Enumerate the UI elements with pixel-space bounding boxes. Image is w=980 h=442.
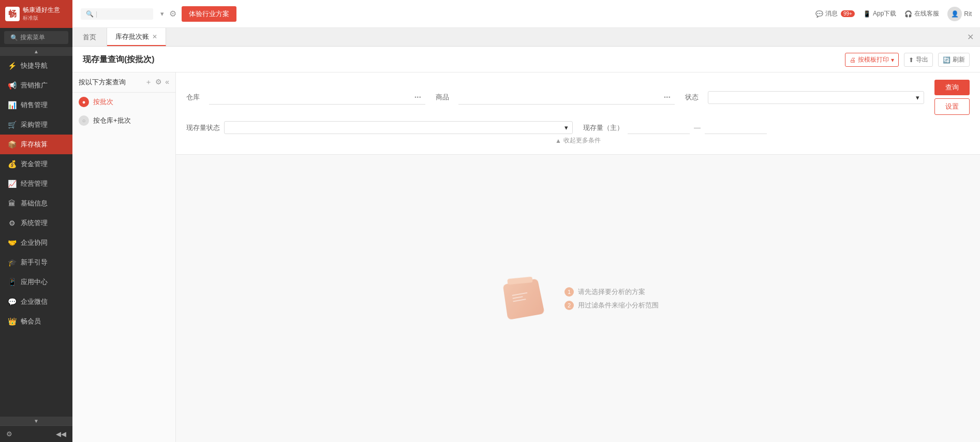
query-button[interactable]: 查询	[934, 80, 970, 95]
print-label: 按模板打印	[858, 55, 889, 64]
sidebar-item-quicknav[interactable]: ⚡ 快捷导航	[0, 56, 72, 76]
collapse-icon[interactable]: ◀◀	[56, 430, 66, 438]
left-panel: 按以下方案查询 ＋ ⚙ « ● 按批次 ○ 按仓库+批次	[72, 72, 176, 442]
inv-qty-to-input[interactable]	[705, 122, 767, 134]
user-avatar-icon: 👤	[951, 10, 959, 18]
sidebar-item-marketing[interactable]: 📢 营销推广	[0, 76, 72, 95]
empty-state: 1 请先选择要分析的方案 2 用过滤条件来缩小分析范围	[176, 155, 980, 442]
filter-row-2: 现存量状态 ▾ 现存量（主） —	[186, 121, 970, 134]
gear-scheme-icon[interactable]: ⚙	[155, 78, 162, 87]
sidebar-item-purchase[interactable]: 🛒 采购管理	[0, 115, 72, 135]
add-scheme-icon[interactable]: ＋	[145, 78, 152, 87]
filter-row-1: 仓库 ··· 商品 ···	[186, 80, 970, 115]
inv-qty-from-input[interactable]	[628, 122, 690, 134]
member-icon: 👑	[7, 317, 17, 326]
status-label: 状态	[685, 93, 704, 102]
sidebar-nav: ⚡ 快捷导航 📢 营销推广 📊 销售管理 🛒 采购管理 📦 库存核算 💰 资金管…	[0, 56, 72, 417]
empty-tip-1: 1 请先选择要分析的方案	[565, 287, 659, 297]
empty-tip-2: 2 用过滤条件来缩小分析范围	[565, 301, 659, 310]
sidebar-item-wechat[interactable]: 💬 企业微信	[0, 292, 72, 312]
operations-icon: 📈	[7, 180, 17, 188]
scheme-label-batch: 按批次	[93, 97, 113, 107]
inv-status-select[interactable]: ▾	[224, 121, 573, 134]
trial-button[interactable]: 体验行业方案	[182, 6, 236, 22]
sidebar-item-member[interactable]: 👑 畅会员	[0, 312, 72, 331]
sidebar-item-system[interactable]: ⚙ 系统管理	[0, 213, 72, 233]
print-icon: 🖨	[850, 56, 856, 64]
export-icon: ⬆	[909, 56, 914, 64]
messages-btn[interactable]: 💬 消息 99+	[815, 9, 855, 18]
goods-label: 商品	[436, 93, 454, 102]
sidebar-item-appstore[interactable]: 📱 应用中心	[0, 272, 72, 292]
goods-input-box[interactable]: ···	[458, 91, 675, 105]
topbar-actions: 💬 消息 99+ 📱 App下载 🎧 在线客服 👤 Rit	[815, 7, 972, 21]
scheme-item-batch[interactable]: ● 按批次	[72, 93, 175, 111]
sidebar-item-finance[interactable]: 💰 资金管理	[0, 154, 72, 174]
collapse-label: 收起更多条件	[563, 136, 601, 145]
sidebar-item-basic[interactable]: 🏛 基础信息	[0, 194, 72, 213]
finance-icon: 💰	[7, 160, 17, 168]
scroll-up-btn[interactable]: ▲	[0, 47, 72, 56]
scheme-icon-warehouse: ○	[79, 115, 89, 126]
collapse-scheme-icon[interactable]: «	[165, 78, 169, 87]
sidebar-item-label: 畅会员	[21, 317, 41, 326]
newbie-icon: 🎓	[7, 258, 17, 267]
scheme-item-warehouse-batch[interactable]: ○ 按仓库+批次	[72, 111, 175, 130]
goods-more-icon[interactable]: ···	[664, 93, 671, 102]
collapse-more-btn[interactable]: ▲ 收起更多条件	[186, 134, 970, 147]
basic-icon: 🏛	[7, 199, 17, 208]
scroll-down-btn[interactable]: ▼	[0, 417, 72, 425]
refresh-icon: 🔄	[943, 56, 951, 64]
topbar-search[interactable]: 🔍 |	[81, 8, 153, 20]
tab-close-all-btn[interactable]: ✕	[961, 28, 980, 46]
page-header: 现存量查询(按批次) 🖨 按模板打印 ▾ ⬆ 导出 🔄 刷新	[72, 47, 980, 72]
online-service-btn[interactable]: 🎧 在线客服	[904, 9, 939, 18]
main-area: 🔍 | ▾ ⚙ 体验行业方案 💬 消息 99+ 📱 App下载 🎧 在线客服	[72, 0, 980, 442]
sidebar-item-label: 经营管理	[21, 179, 48, 188]
sidebar: 畅 畅康通好生意 标准版 🔍 搜索菜单 ▲ ⚡ 快捷导航 📢 营销推广 📊 销售…	[0, 0, 72, 442]
settings-button[interactable]: 设置	[934, 98, 970, 115]
print-btn[interactable]: 🖨 按模板打印 ▾	[845, 53, 899, 67]
warehouse-label: 仓库	[186, 93, 205, 102]
sidebar-item-operations[interactable]: 📈 经营管理	[0, 174, 72, 194]
goods-input[interactable]	[463, 93, 662, 101]
sales-icon: 📊	[7, 101, 17, 109]
filter-group-inv-status: 现存量状态 ▾	[186, 121, 573, 134]
filter-area: 仓库 ··· 商品 ···	[176, 72, 980, 155]
sidebar-bottom: ⚙ ◀◀	[0, 425, 72, 442]
warehouse-input[interactable]	[213, 93, 412, 101]
app-download-btn[interactable]: 📱 App下载	[863, 9, 896, 18]
sidebar-item-inventory[interactable]: 📦 库存核算	[0, 135, 72, 154]
tab-inventory-batch[interactable]: 库存批次账 ✕	[107, 28, 166, 46]
sidebar-item-sales[interactable]: 📊 销售管理	[0, 95, 72, 115]
settings-icon[interactable]: ⚙	[6, 430, 12, 438]
sidebar-header: 畅 畅康通好生意 标准版	[0, 0, 72, 28]
tab-home[interactable]: 首页	[72, 28, 107, 46]
inv-status-arrow: ▾	[565, 124, 568, 131]
user-menu[interactable]: 👤 Rit	[947, 7, 972, 21]
warehouse-more-icon[interactable]: ···	[414, 93, 421, 102]
purchase-icon: 🛒	[7, 121, 17, 129]
topbar-gear-icon[interactable]: ⚙	[169, 9, 176, 19]
export-btn[interactable]: ⬆ 导出	[904, 53, 933, 67]
app-title: 畅康通好生意	[23, 6, 60, 14]
tab-inventory-label: 库存批次账	[115, 32, 149, 41]
right-panel: 仓库 ··· 商品 ···	[176, 72, 980, 442]
messages-badge: 99+	[841, 10, 855, 17]
online-service-label: 在线客服	[914, 9, 939, 18]
topbar-search-icon: 🔍	[86, 10, 94, 18]
sidebar-item-newbie[interactable]: 🎓 新手引导	[0, 253, 72, 272]
sidebar-item-collab[interactable]: 🤝 企业协同	[0, 233, 72, 253]
sidebar-item-label: 快捷导航	[21, 61, 48, 70]
print-dropdown-icon[interactable]: ▾	[891, 56, 894, 64]
scheme-actions: ＋ ⚙ «	[145, 78, 169, 87]
refresh-btn[interactable]: 🔄 刷新	[938, 53, 970, 67]
tab-close-icon[interactable]: ✕	[152, 33, 157, 40]
refresh-label: 刷新	[953, 55, 965, 64]
tip-text-2: 用过滤条件来缩小分析范围	[578, 301, 659, 310]
sidebar-search[interactable]: 🔍 搜索菜单	[4, 31, 68, 44]
status-select[interactable]: ▾	[708, 91, 924, 104]
topbar-dropdown-icon[interactable]: ▾	[160, 10, 164, 18]
warehouse-input-box[interactable]: ···	[209, 91, 425, 105]
topbar: 🔍 | ▾ ⚙ 体验行业方案 💬 消息 99+ 📱 App下载 🎧 在线客服	[72, 0, 980, 28]
